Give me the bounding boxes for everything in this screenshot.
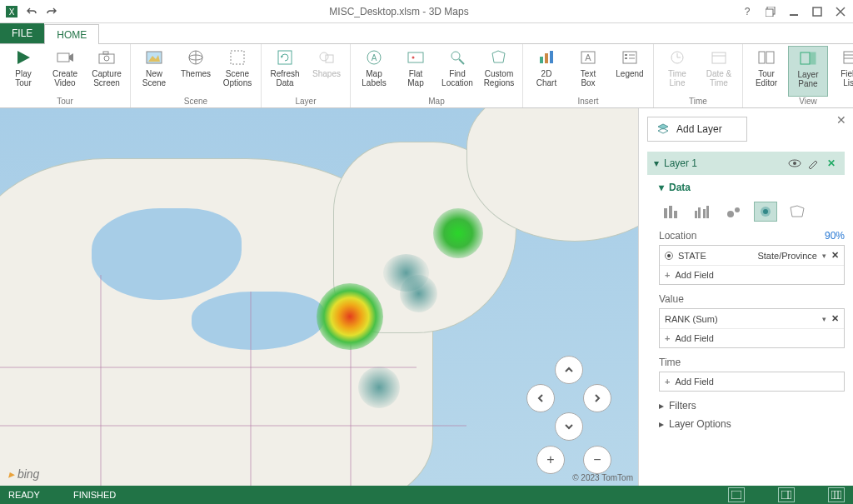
- svg-rect-38: [625, 57, 627, 59]
- redo-icon[interactable]: [45, 5, 58, 18]
- viz-bubble[interactable]: [722, 202, 746, 222]
- scene-options-button[interactable]: SceneOptions: [217, 46, 257, 97]
- chevron-down-icon: ▾: [654, 157, 659, 169]
- heatmap-spot: [433, 208, 483, 258]
- calendar-icon: [709, 47, 729, 67]
- play-icon: [13, 47, 33, 67]
- create-video-button[interactable]: CreateVideo: [45, 46, 85, 97]
- refresh-icon: [275, 47, 295, 67]
- svg-line-29: [459, 59, 464, 64]
- map-canvas[interactable]: + − ▸ bing © 2023 TomTom: [0, 108, 638, 486]
- visualization-type-row: [659, 202, 845, 222]
- data-section-toggle[interactable]: ▾Data: [659, 182, 845, 193]
- custom-regions-button[interactable]: CustomRegions: [479, 46, 519, 97]
- play-tour-button[interactable]: PlayTour: [3, 46, 43, 97]
- add-layer-label: Add Layer: [676, 123, 722, 135]
- map-labels-button[interactable]: AMapLabels: [354, 46, 394, 97]
- svg-text:A: A: [372, 53, 377, 62]
- svg-rect-46: [759, 52, 765, 63]
- chevron-down-icon[interactable]: ▾: [822, 315, 826, 323]
- layer-pane-button[interactable]: LayerPane: [788, 46, 828, 97]
- svg-text:A: A: [585, 52, 591, 62]
- minimize-icon[interactable]: [786, 4, 801, 19]
- edit-icon[interactable]: [806, 157, 820, 170]
- svg-rect-26: [408, 52, 423, 62]
- field-list-button[interactable]: FieldList: [830, 46, 853, 97]
- value-field-row[interactable]: RANK (Sum) ▾ ✕: [660, 309, 844, 328]
- legend-icon: [620, 47, 640, 67]
- svg-rect-63: [706, 206, 709, 218]
- flat-map-button[interactable]: FlatMap: [396, 46, 436, 97]
- value-group: Value RANK (Sum) ▾ ✕ +Add Field: [659, 293, 845, 348]
- ribbon: PlayTour CreateVideo CaptureScreen Tour …: [0, 43, 853, 108]
- viz-stacked-column[interactable]: [659, 202, 682, 222]
- new-scene-button[interactable]: NewScene: [134, 46, 174, 97]
- maximize-icon[interactable]: [810, 4, 825, 19]
- time-line-button[interactable]: TimeLine: [657, 46, 697, 97]
- labels-icon: A: [364, 47, 384, 67]
- zoom-in-button[interactable]: +: [536, 446, 565, 474]
- svg-rect-20: [278, 51, 292, 64]
- svg-marker-68: [791, 206, 804, 217]
- group-label: View: [746, 97, 853, 107]
- tab-home[interactable]: HOME: [44, 24, 99, 44]
- rotate-right-button[interactable]: [583, 384, 611, 412]
- layer-header[interactable]: ▾ Layer 1 ✕: [647, 152, 845, 175]
- svg-rect-31: [540, 57, 543, 63]
- viz-heatmap[interactable]: [754, 202, 777, 222]
- undo-icon[interactable]: [25, 5, 38, 18]
- scene-icon: [144, 47, 164, 67]
- status-view-3[interactable]: [828, 487, 845, 502]
- svg-rect-70: [781, 491, 791, 499]
- close-icon[interactable]: [833, 4, 848, 19]
- viz-region[interactable]: [786, 202, 809, 222]
- help-icon[interactable]: ?: [740, 4, 755, 19]
- remove-field-icon[interactable]: ✕: [831, 250, 839, 261]
- svg-rect-47: [766, 52, 774, 63]
- visibility-icon[interactable]: [788, 157, 801, 170]
- location-field-row[interactable]: STATE State/Province ▾ ✕: [660, 246, 844, 265]
- add-layer-button[interactable]: Add Layer: [647, 117, 747, 142]
- location-confidence[interactable]: 90%: [825, 230, 845, 242]
- delete-layer-icon[interactable]: ✕: [825, 157, 838, 170]
- legend-button[interactable]: Legend: [610, 46, 650, 97]
- 2d-chart-button[interactable]: 2DChart: [526, 46, 566, 97]
- restore-down-icon[interactable]: [763, 4, 778, 19]
- flat-map-icon: [406, 47, 426, 67]
- capture-screen-button[interactable]: CaptureScreen: [87, 46, 127, 97]
- pane-close-icon[interactable]: ✕: [836, 113, 846, 127]
- remove-field-icon[interactable]: ✕: [831, 313, 839, 324]
- refresh-data-button[interactable]: RefreshData: [265, 46, 305, 97]
- editor-icon: [756, 47, 776, 67]
- text-box-button[interactable]: ATextBox: [568, 46, 608, 97]
- status-view-2[interactable]: [778, 487, 795, 502]
- excel-logo-icon: X: [5, 5, 18, 18]
- find-location-button[interactable]: FindLocation: [437, 46, 477, 97]
- tilt-down-button[interactable]: [555, 412, 583, 441]
- group-label: Time: [657, 97, 739, 107]
- window-title: MISC_Desktop.xlsm - 3D Maps: [58, 6, 740, 17]
- tilt-up-button[interactable]: [555, 356, 583, 384]
- add-value-field[interactable]: +Add Field: [660, 328, 844, 347]
- date-time-button[interactable]: Date &Time: [699, 46, 739, 97]
- chevron-down-icon[interactable]: ▾: [822, 252, 826, 260]
- themes-button[interactable]: Themes: [176, 46, 216, 97]
- find-location-icon: [447, 47, 467, 67]
- tour-editor-button[interactable]: TourEditor: [746, 46, 786, 97]
- svg-marker-8: [17, 51, 30, 64]
- rotate-left-button[interactable]: [526, 384, 555, 412]
- tab-file[interactable]: FILE: [0, 23, 44, 43]
- zoom-out-button[interactable]: −: [583, 446, 611, 474]
- add-time-field[interactable]: +Add Field: [660, 372, 844, 391]
- layer-options-section-toggle[interactable]: ▸Layer Options: [659, 418, 845, 430]
- svg-rect-32: [545, 53, 548, 63]
- radio-icon[interactable]: [665, 252, 673, 260]
- location-field-type[interactable]: State/Province: [757, 251, 817, 261]
- status-view-1[interactable]: [728, 487, 745, 502]
- viz-clustered-column[interactable]: [691, 202, 714, 222]
- svg-point-65: [735, 207, 740, 212]
- add-location-field[interactable]: +Add Field: [660, 265, 844, 284]
- svg-rect-44: [712, 52, 726, 63]
- filters-section-toggle[interactable]: ▸Filters: [659, 400, 845, 412]
- shapes-button[interactable]: Shapes: [307, 46, 347, 97]
